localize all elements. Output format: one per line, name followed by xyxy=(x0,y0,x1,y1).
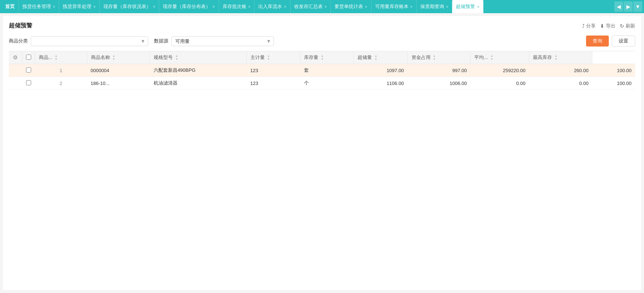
row-avg: 0.00 xyxy=(529,77,592,90)
column-header-capital[interactable]: 资金占用 ▲▼ xyxy=(407,51,471,64)
column-header-avg[interactable]: 平均... ▲▼ xyxy=(471,51,529,64)
datasource-select[interactable]: 可用量 xyxy=(171,36,274,46)
page-header: 超储预警 ⤴ 分享 ⬇ 导出 ↻ 刷新 xyxy=(9,22,635,30)
nav-tab-avail[interactable]: 可用量库存账本 × xyxy=(372,0,417,13)
sort-max-stock-icon[interactable]: ▲▼ xyxy=(555,55,557,61)
export-icon: ⬇ xyxy=(600,23,604,29)
nav-more-button[interactable]: ▼ xyxy=(633,1,642,12)
nav-tab-task-label: 拣货任务管理 xyxy=(22,3,51,10)
datasource-label: 数据源 xyxy=(154,38,168,44)
row-avg: 260.00 xyxy=(529,64,592,77)
row-checkbox-cell[interactable] xyxy=(22,64,35,77)
sort-overstock-icon[interactable]: ▲▼ xyxy=(374,55,377,61)
close-stock-dist-tab-icon[interactable]: × xyxy=(212,4,215,9)
row-product-name: 机油滤清器 xyxy=(150,77,246,90)
row-capital: 259220.00 xyxy=(471,64,529,77)
share-button[interactable]: ⤴ 分享 xyxy=(582,23,596,29)
nav-next-button[interactable]: ▶ xyxy=(624,1,633,12)
column-header-product-name[interactable]: 商品名称 ▲▼ xyxy=(87,51,150,64)
share-label: 分享 xyxy=(586,23,596,29)
row-inventory: 1097.00 xyxy=(354,64,407,77)
column-header-settings[interactable]: ⚙ xyxy=(9,51,22,64)
nav-tab-summary[interactable]: 收发存汇总表 × xyxy=(290,0,331,13)
row-checkbox-0[interactable] xyxy=(26,67,31,73)
row-overstock: 997.00 xyxy=(407,64,471,77)
nav-tab-home[interactable]: 首页 xyxy=(1,0,19,13)
sort-avg-icon[interactable]: ▲▼ xyxy=(490,55,493,61)
nav-tab-home-label: 首页 xyxy=(5,3,15,10)
nav-arrows-container: ◀ ▶ ▼ xyxy=(614,1,643,12)
close-order-stat-tab-icon[interactable]: × xyxy=(365,4,367,9)
nav-tab-stock-dist[interactable]: 现存量（库存分布表） × xyxy=(159,0,219,13)
sort-spec-icon[interactable]: ▲▼ xyxy=(175,55,178,61)
row-unit: 套 xyxy=(300,64,354,77)
nav-tab-overstock-label: 超储预警 xyxy=(456,3,475,10)
nav-tab-stock-status[interactable]: 现存量（库存状况表） × xyxy=(100,0,159,13)
nav-tab-expiry[interactable]: 保质期查询 × xyxy=(417,0,452,13)
nav-tab-inout[interactable]: 出入库流水 × xyxy=(255,0,290,13)
table-header-row: ⚙ 商品... ▲▼ 商品名称 ▲▼ 规格型号 ▲▼ 主计 xyxy=(9,51,635,64)
column-header-product-code[interactable]: 商品... ▲▼ xyxy=(35,51,87,64)
close-avail-tab-icon[interactable]: × xyxy=(410,4,413,9)
row-number: 2 xyxy=(35,77,87,90)
column-header-spec[interactable]: 规格型号 ▲▼ xyxy=(150,51,246,64)
nav-tab-order-stat[interactable]: 要货单统计表 × xyxy=(331,0,371,13)
row-settings-cell xyxy=(9,64,22,77)
row-overstock: 1006.00 xyxy=(407,77,471,90)
row-product-code: 0000004 xyxy=(87,64,150,77)
column-header-inventory[interactable]: 库存量 ▲▼ xyxy=(300,51,354,64)
row-settings-cell xyxy=(9,77,22,90)
row-capital: 0.00 xyxy=(471,77,529,90)
sort-capital-icon[interactable]: ▲▼ xyxy=(433,55,436,61)
refresh-button[interactable]: ↻ 刷新 xyxy=(620,23,635,29)
sort-product-name-icon[interactable]: ▲▼ xyxy=(112,55,115,61)
column-header-overstock[interactable]: 超储量 ▲▼ xyxy=(354,51,407,64)
row-max-stock: 100.00 xyxy=(592,64,635,77)
close-inout-tab-icon[interactable]: × xyxy=(284,4,286,9)
close-stock-status-tab-icon[interactable]: × xyxy=(153,4,155,9)
export-button[interactable]: ⬇ 导出 xyxy=(600,23,615,29)
nav-tab-overstock[interactable]: 超储预警 × xyxy=(452,0,483,13)
nav-tab-task[interactable]: 拣货任务管理 × xyxy=(19,0,59,13)
nav-tab-batch-label: 库存批次账 xyxy=(223,3,246,10)
sort-unit-icon[interactable]: ▲▼ xyxy=(267,55,270,61)
gear-icon[interactable]: ⚙ xyxy=(13,54,18,60)
page-title: 超储预警 xyxy=(9,22,32,30)
close-batch-tab-icon[interactable]: × xyxy=(248,4,250,9)
header-actions: ⤴ 分享 ⬇ 导出 ↻ 刷新 xyxy=(582,23,635,29)
nav-tab-expiry-label: 保质期查询 xyxy=(420,3,444,10)
nav-prev-button[interactable]: ◀ xyxy=(614,1,623,12)
data-table: ⚙ 商品... ▲▼ 商品名称 ▲▼ 规格型号 ▲▼ 主计 xyxy=(9,51,635,90)
refresh-label: 刷新 xyxy=(626,23,635,29)
row-number: 1 xyxy=(35,64,87,77)
close-summary-tab-icon[interactable]: × xyxy=(325,4,327,9)
sort-product-code-icon[interactable]: ▲▼ xyxy=(55,55,58,61)
top-navigation: 首页 拣货任务管理 × 拣货异常处理 × 现存量（库存状况表） × 现存量（库存… xyxy=(0,0,644,13)
row-checkbox-1[interactable] xyxy=(26,80,31,85)
close-task-tab-icon[interactable]: × xyxy=(53,4,55,9)
row-checkbox-cell[interactable] xyxy=(22,77,35,90)
nav-tab-summary-label: 收发存汇总表 xyxy=(294,3,323,10)
share-icon: ⤴ xyxy=(582,23,585,29)
column-header-max-stock[interactable]: 最高库存 ▲▼ xyxy=(529,51,592,64)
query-button[interactable]: 查询 xyxy=(586,36,609,47)
close-exception-tab-icon[interactable]: × xyxy=(93,4,95,9)
column-header-checkbox[interactable] xyxy=(22,51,35,64)
row-product-name: 六配套新昌490BPG xyxy=(150,64,246,77)
close-expiry-tab-icon[interactable]: × xyxy=(446,4,448,9)
column-header-unit[interactable]: 主计量 ▲▼ xyxy=(246,51,300,64)
table-body: 1 0000004 六配套新昌490BPG 123 套 1097.00 997.… xyxy=(9,64,635,90)
product-category-select[interactable] xyxy=(31,36,148,46)
row-unit: 个 xyxy=(300,77,354,90)
close-overstock-tab-icon[interactable]: × xyxy=(477,4,479,9)
settings-button[interactable]: 设置 xyxy=(612,36,635,47)
nav-tab-inout-label: 出入库流水 xyxy=(258,3,282,10)
nav-tab-exception[interactable]: 拣货异常处理 × xyxy=(59,0,99,13)
sort-inventory-icon[interactable]: ▲▼ xyxy=(321,55,324,61)
datasource-select-wrapper: 可用量 ▼ xyxy=(171,36,274,46)
table-header: ⚙ 商品... ▲▼ 商品名称 ▲▼ 规格型号 ▲▼ 主计 xyxy=(9,51,635,64)
nav-tab-batch[interactable]: 库存批次账 × xyxy=(219,0,255,13)
row-spec: 123 xyxy=(246,64,300,77)
nav-tab-order-stat-label: 要货单统计表 xyxy=(334,3,363,10)
select-all-checkbox[interactable] xyxy=(26,55,31,60)
